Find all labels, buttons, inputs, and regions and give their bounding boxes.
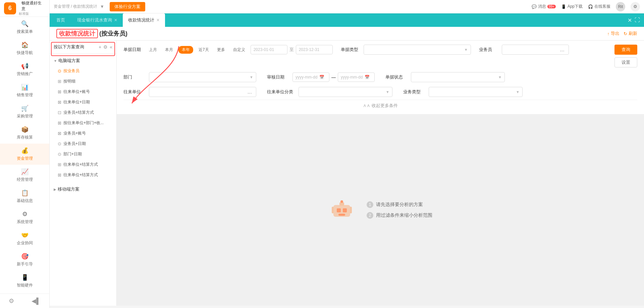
date-tab-this-year[interactable]: 本年 bbox=[178, 46, 193, 54]
empty-tip-1: 1 请先选择要分析的方案 bbox=[367, 201, 432, 208]
empty-tips: 1 请先选择要分析的方案 2 用过滤条件来缩小分析范围 bbox=[367, 201, 432, 219]
sidebar-item-sales[interactable]: 📊 销售管理 bbox=[0, 80, 49, 101]
scheme-item-label: 部门+日期 bbox=[63, 151, 82, 157]
sidebar-item-system[interactable]: ⚙ 系统管理 bbox=[0, 207, 49, 228]
date-tab-last-7days[interactable]: 近7天 bbox=[196, 46, 212, 54]
page-title-highlighted: 收款情况统计 bbox=[56, 29, 98, 38]
app-download-item[interactable]: 📱 App下载 bbox=[561, 4, 583, 9]
settings-header-button[interactable]: ⚙ bbox=[631, 2, 640, 11]
mobile-scheme-group-title[interactable]: ▶ 移动端方案 bbox=[50, 184, 116, 194]
scheme-item-salesperson-account[interactable]: ⊠ 业务员+账号 bbox=[50, 128, 116, 139]
page-title: 收款情况统计(按业务员) bbox=[56, 30, 127, 38]
counterparty-category-label: 往来单位分类 bbox=[267, 89, 293, 95]
desktop-scheme-group-title[interactable]: ▼ 电脑端方案 bbox=[50, 56, 116, 66]
review-date-end[interactable]: yyyy-mm-dd 📅 bbox=[338, 72, 375, 82]
messages-item[interactable]: 💬 消息 99+ bbox=[532, 4, 556, 9]
date-tab-custom[interactable]: 自定义 bbox=[230, 46, 248, 54]
tab-bank-flow-close[interactable]: ✕ bbox=[114, 18, 117, 22]
review-date-separator: — bbox=[331, 75, 336, 80]
customer-settle2-icon: ⊞ bbox=[58, 162, 61, 167]
scheme-item-salesperson-date[interactable]: ⊙ 业务员+日期 bbox=[50, 139, 116, 149]
sidebar-collapse-icon[interactable]: ◀▌ bbox=[32, 297, 41, 305]
scheme-item-customer-dept[interactable]: ⊠ 按往来单位+部门+收... bbox=[50, 118, 116, 128]
sidebar: 6 畅捷通好生意 标准版 🔍 搜索菜单 🏠 快捷导航 📢 营销推广 📊 销售管理… bbox=[0, 0, 50, 308]
review-date-start[interactable]: yyyy-mm-dd 📅 bbox=[292, 72, 329, 82]
add-scheme-button[interactable]: + bbox=[99, 44, 101, 50]
refresh-button[interactable]: ↻ 刷新 bbox=[624, 31, 637, 37]
sidebar-item-finance[interactable]: 💰 资金管理 bbox=[0, 144, 49, 165]
date-tab-more[interactable]: 更多 bbox=[214, 46, 228, 54]
review-date-label: 审核日期 bbox=[267, 74, 287, 80]
scheme-item-customer-settle3[interactable]: ⊠ 往来单位+结算方式 bbox=[50, 170, 116, 180]
counterparty-input[interactable]: ... bbox=[149, 87, 256, 97]
download-icon: 📱 bbox=[561, 4, 566, 9]
settings-bottom-icon[interactable]: ⚙ bbox=[9, 297, 14, 305]
scheme-item-customer-settle2[interactable]: ⊞ 往来单位+结算方式 bbox=[50, 159, 116, 170]
sidebar-item-inventory[interactable]: 📦 库存核算 bbox=[0, 122, 49, 144]
tab-close-all-icon[interactable]: ✕ bbox=[628, 17, 632, 23]
trial-button[interactable]: 体验行业方案 bbox=[110, 2, 145, 11]
calendar-icon: 📅 bbox=[319, 75, 324, 80]
messages-label: 消息 bbox=[538, 4, 546, 9]
date-tab-last-month[interactable]: 上月 bbox=[146, 46, 160, 54]
scheme-item-dept-date[interactable]: ⊙ 部门+日期 bbox=[50, 149, 116, 159]
tab-expand-icon[interactable]: ⛶ bbox=[635, 17, 640, 23]
doc-type-select[interactable]: ▼ bbox=[364, 45, 471, 55]
collapse-bar[interactable]: ∧∧ 收起更多条件 bbox=[123, 100, 637, 111]
query-button[interactable]: 查询 bbox=[614, 45, 637, 55]
biz-type-arrow: ▼ bbox=[516, 90, 520, 94]
scheme-item-by-detail[interactable]: ⊞ 按明细 bbox=[50, 76, 116, 87]
sidebar-item-label: 智能硬件 bbox=[17, 283, 33, 288]
salesperson-more-dots[interactable]: ... bbox=[558, 47, 566, 53]
sidebar-item-basic-info[interactable]: 📋 基础信息 bbox=[0, 186, 49, 207]
scheme-panel: 按以下方案查询 + ⚙ « ▼ 电脑端方案 ⊙ 按业务员 ⊞ 按明 bbox=[50, 41, 117, 306]
customer-settle3-icon: ⊠ bbox=[58, 172, 61, 177]
user-avatar[interactable]: Rit bbox=[616, 2, 625, 11]
smart-hardware-icon: 📱 bbox=[21, 274, 29, 281]
guide-icon: 🎯 bbox=[21, 253, 29, 260]
tab-home[interactable]: 首页 bbox=[50, 17, 72, 23]
svg-rect-3 bbox=[338, 214, 345, 216]
sidebar-bottom: ⚙ ◀▌ bbox=[0, 294, 49, 308]
sidebar-item-operations[interactable]: 📈 经营管理 bbox=[0, 165, 49, 186]
basic-info-icon: 📋 bbox=[21, 189, 29, 197]
tab-bank-flow[interactable]: 现金银行流水查询 ✕ bbox=[72, 13, 123, 27]
sidebar-item-search-menu[interactable]: 🔍 搜索菜单 bbox=[0, 17, 49, 38]
svg-rect-2 bbox=[343, 208, 347, 212]
scheme-collapse-button[interactable]: « bbox=[110, 44, 112, 50]
sidebar-item-enterprise[interactable]: 🤝 企业协同 bbox=[0, 228, 49, 249]
date-start-input[interactable]: 2023-01-01 bbox=[251, 45, 287, 54]
scheme-item-customer-account[interactable]: ⊠ 往来单位+账号 bbox=[50, 87, 116, 97]
breadcrumb-dropdown-icon[interactable]: ▼ bbox=[100, 4, 104, 9]
logo-sub: 标准版 bbox=[19, 11, 45, 16]
export-button[interactable]: ↑ 导出 bbox=[607, 31, 620, 37]
svg-rect-6 bbox=[332, 207, 334, 213]
tab-collection-stats[interactable]: 收款情况统计 ✕ bbox=[123, 13, 165, 27]
doc-status-select[interactable]: ▼ bbox=[411, 72, 505, 82]
salesperson-input[interactable]: ... bbox=[502, 45, 569, 55]
sidebar-item-quick-nav[interactable]: 🏠 快捷导航 bbox=[0, 38, 49, 59]
biz-type-select[interactable]: ▼ bbox=[429, 87, 523, 97]
date-separator: 至 bbox=[289, 47, 294, 53]
tab-collection-stats-close[interactable]: ✕ bbox=[156, 18, 160, 22]
counterparty-category-select[interactable]: ▼ bbox=[299, 87, 392, 97]
date-filter-label: 单据日期 bbox=[123, 47, 144, 53]
scheme-item-customer-date[interactable]: ⊠ 往来单位+日期 bbox=[50, 97, 116, 107]
date-tab-this-month[interactable]: 本月 bbox=[162, 46, 176, 54]
counterparty-more-dots[interactable]: ... bbox=[246, 89, 253, 95]
scheme-settings-button[interactable]: ⚙ bbox=[103, 44, 108, 50]
main-right: 单据日期 上月 本月 本年 近7天 更多 自定义 bbox=[117, 41, 644, 306]
finance-icon: 💰 bbox=[21, 147, 29, 154]
date-end-input[interactable]: 2023-12-31 bbox=[296, 45, 333, 54]
sidebar-item-guide[interactable]: 🎯 新手引导 bbox=[0, 249, 49, 270]
online-service-label: 在线客服 bbox=[594, 4, 610, 9]
export-icon: ↑ bbox=[607, 31, 610, 36]
sidebar-item-smart-hardware[interactable]: 📱 智能硬件 bbox=[0, 270, 49, 292]
online-service-item[interactable]: 🎧 在线客服 bbox=[588, 4, 610, 9]
sidebar-item-marketing[interactable]: 📢 营销推广 bbox=[0, 59, 49, 80]
dept-select[interactable]: ▼ bbox=[149, 72, 256, 82]
filter-settings-button[interactable]: 设置 bbox=[614, 57, 637, 67]
scheme-item-by-salesperson[interactable]: ⊙ 按业务员 bbox=[50, 66, 116, 76]
scheme-item-salesperson-settle[interactable]: ⊡ 业务员+结算方式 bbox=[50, 107, 116, 118]
sidebar-item-purchase[interactable]: 🛒 采购管理 bbox=[0, 101, 49, 122]
